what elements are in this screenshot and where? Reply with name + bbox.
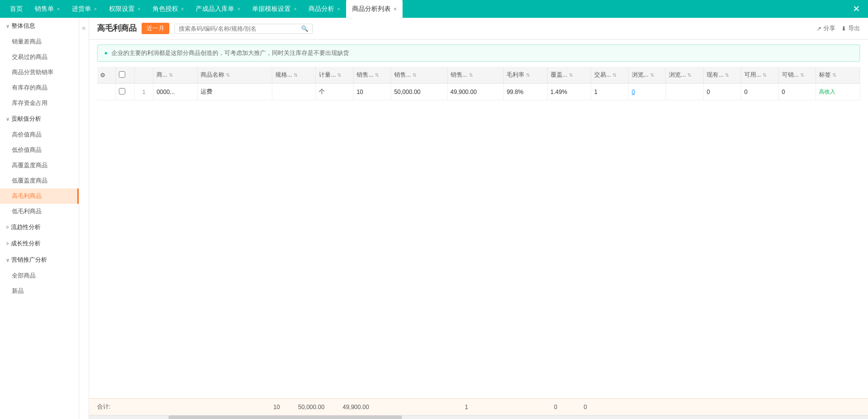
col-header-coverage: 覆盖...⇅	[547, 67, 591, 84]
sort-icon[interactable]: ⇅	[412, 72, 416, 78]
col-label: 销售...	[451, 71, 467, 79]
nav-close-icon[interactable]: ×	[138, 6, 141, 12]
sidebar-item-交易过的商品[interactable]: 交易过的商品	[0, 49, 79, 65]
collapse-sidebar-button[interactable]: «	[79, 18, 89, 419]
nav-close-icon[interactable]: ×	[337, 6, 340, 12]
sidebar-group-整体信息[interactable]: ∨整体信息	[0, 18, 79, 34]
chevron-icon: >	[6, 241, 9, 246]
sort-icon[interactable]: ⇅	[687, 72, 691, 78]
col-label: 交易...	[594, 71, 611, 79]
nav-close-icon[interactable]: ×	[394, 6, 397, 12]
col-label: 计量...	[319, 71, 336, 79]
data-table: ⚙商...⇅商品名称⇅规格...⇅计量...⇅销售...⇅销售...⇅销售...…	[97, 67, 860, 100]
sidebar-item-低价值商品[interactable]: 低价值商品	[0, 142, 79, 158]
nav-item-角色授权[interactable]: 角色授权×	[147, 0, 190, 18]
sidebar-item-销量差商品[interactable]: 销量差商品	[0, 34, 79, 49]
sort-icon[interactable]: ⇅	[469, 72, 473, 78]
sidebar-group-营销推广分析[interactable]: ∨营销推广分析	[0, 252, 79, 268]
filter-period-button[interactable]: 近一月	[142, 23, 169, 34]
horizontal-scrollbar[interactable]	[89, 415, 868, 419]
group-label: 成长性分析	[11, 239, 41, 248]
browse-link[interactable]: 0	[632, 89, 635, 95]
footer-totals-bar: 合计:1050,000.0049,900.00100	[89, 398, 868, 415]
sort-icon[interactable]: ⇅	[569, 72, 573, 78]
nav-item-产成品入库单[interactable]: 产成品入库单×	[190, 0, 246, 18]
footer-cell-sales_qty: 10	[253, 404, 283, 411]
table-row: 10000...运费个1050,000.0049,900.0099.8%1.49…	[97, 84, 860, 100]
nav-close-icon[interactable]: ×	[94, 6, 97, 12]
sidebar-item-商品分营助销率[interactable]: 商品分营助销率	[0, 65, 79, 80]
search-icon[interactable]: 🔍	[301, 25, 308, 32]
col-label: 商...	[156, 71, 167, 79]
sort-icon[interactable]: ⇅	[763, 72, 766, 78]
sort-icon[interactable]: ⇅	[337, 72, 341, 78]
select-all-checkbox[interactable]	[119, 71, 125, 78]
nav-close-icon[interactable]: ×	[237, 6, 240, 12]
sort-icon[interactable]: ⇅	[526, 72, 530, 78]
col-header-sales_qty: 销售...⇅	[354, 67, 391, 84]
window-close-button[interactable]: ✕	[849, 3, 864, 14]
cell-gross_rate: 99.8%	[504, 84, 547, 100]
sidebar-group-成长性分析[interactable]: >成长性分析	[0, 235, 79, 252]
cell-sales_qty: 10	[354, 84, 391, 100]
share-button[interactable]: ↗ 分享	[817, 24, 835, 33]
sidebar-item-低覆盖度商品[interactable]: 低覆盖度商品	[0, 173, 79, 188]
col-label: 规格...	[275, 71, 292, 79]
search-input[interactable]	[179, 25, 301, 32]
sidebar-item-低毛利商品[interactable]: 低毛利商品	[0, 204, 79, 219]
sidebar-item-高价值商品[interactable]: 高价值商品	[0, 127, 79, 142]
sort-icon[interactable]: ⇅	[294, 72, 298, 78]
sort-icon[interactable]: ⇅	[650, 72, 654, 78]
col-header-browse2: 浏览...⇅	[666, 67, 704, 84]
nav-item-销售单[interactable]: 销售单×	[29, 0, 66, 18]
sort-icon[interactable]: ⇅	[800, 72, 804, 78]
row-checkbox[interactable]	[119, 88, 125, 94]
info-banner-text: 企业的主要的利润都是这部分商品创造的，可考虑加大推广，同时关注库存是不要出现缺货	[111, 49, 349, 57]
sort-icon[interactable]: ⇅	[832, 72, 836, 78]
col-header-browse1: 浏览...⇅	[628, 67, 666, 84]
chevron-icon: >	[6, 225, 9, 230]
nav-item-商品分析列表[interactable]: 商品分析列表×	[346, 0, 403, 18]
nav-item-首页[interactable]: 首页	[4, 0, 29, 18]
col-header-sales_profit: 销售...⇅	[447, 67, 504, 84]
cell-code: 0000...	[153, 84, 197, 100]
nav-item-权限设置[interactable]: 权限设置×	[103, 0, 147, 18]
col-header-checkbox[interactable]	[116, 67, 135, 84]
sort-icon[interactable]: ⇅	[226, 72, 230, 78]
sort-icon[interactable]: ⇅	[725, 72, 729, 78]
chevron-icon: ∨	[6, 116, 9, 122]
scrollbar-thumb[interactable]	[168, 416, 402, 419]
col-header-settings[interactable]: ⚙	[97, 67, 116, 84]
chevron-icon: ∨	[6, 257, 9, 263]
col-label: 可销...	[782, 71, 799, 79]
sidebar-group-流趋性分析[interactable]: >流趋性分析	[0, 219, 79, 235]
cell-browse1: 0	[628, 84, 666, 100]
search-box: 🔍	[174, 24, 313, 34]
sidebar-item-高毛利商品[interactable]: 高毛利商品	[0, 188, 79, 204]
sidebar-group-贡献值分析[interactable]: ∨贡献值分析	[0, 111, 79, 127]
nav-close-icon[interactable]: ×	[294, 6, 297, 12]
sidebar-item-新品[interactable]: 新品	[0, 283, 79, 299]
col-label: 毛利率	[507, 71, 524, 79]
sidebar-item-有库存的商品[interactable]: 有库存的商品	[0, 80, 79, 95]
cell-unit: 个	[316, 84, 354, 100]
sort-icon[interactable]: ⇅	[375, 72, 379, 78]
sort-icon[interactable]: ⇅	[613, 72, 616, 78]
nav-item-单据模板设置[interactable]: 单据模板设置×	[246, 0, 303, 18]
nav-item-商品分析[interactable]: 商品分析×	[303, 0, 346, 18]
sidebar-item-高覆盖度商品[interactable]: 高覆盖度商品	[0, 158, 79, 173]
sidebar-item-全部商品[interactable]: 全部商品	[0, 268, 79, 283]
nav-close-icon[interactable]: ×	[181, 6, 184, 12]
cell-coverage: 1.49%	[547, 84, 591, 100]
export-button[interactable]: ⬇ 导出	[841, 24, 860, 33]
cell-spec	[272, 84, 316, 100]
col-label: 浏览...	[632, 71, 649, 79]
nav-item-进货单[interactable]: 进货单×	[66, 0, 103, 18]
cell-tag: 高收入	[816, 84, 860, 100]
sort-icon[interactable]: ⇅	[169, 72, 173, 78]
cell-checkbox	[116, 84, 135, 100]
cell-transactions: 1	[591, 84, 628, 100]
nav-close-icon[interactable]: ×	[57, 6, 60, 12]
col-header-available2: 可用...⇅	[741, 67, 778, 84]
sidebar-item-库存资金占用[interactable]: 库存资金占用	[0, 95, 79, 111]
